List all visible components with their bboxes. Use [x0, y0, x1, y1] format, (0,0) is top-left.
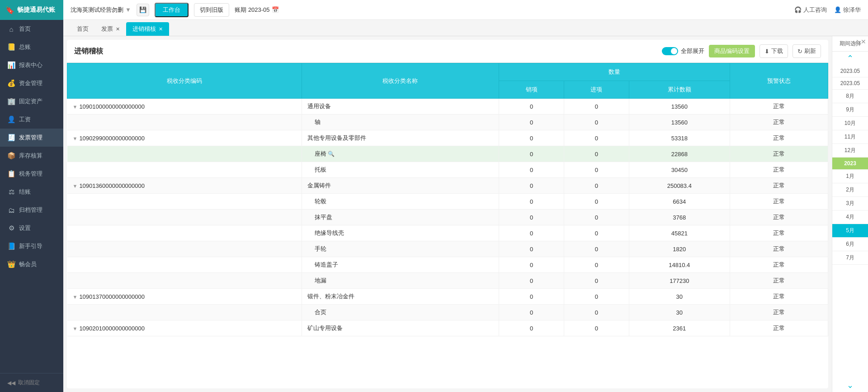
expand-toggle[interactable] — [662, 47, 678, 55]
cell-total: 14810.4 — [629, 257, 730, 273]
cell-purchase: 0 — [564, 115, 629, 130]
save-button[interactable]: 💾 — [137, 4, 149, 16]
period-month-item[interactable]: 1月 — [832, 170, 868, 183]
cell-status: 正常 — [730, 305, 828, 320]
cell-name: 金属铸件 — [302, 178, 499, 194]
sidebar-item-总账[interactable]: 📒总账 — [0, 38, 63, 56]
sidebar-icon: 📊 — [7, 61, 15, 69]
logo-icon: 🔖 — [5, 6, 14, 14]
sidebar-item-资金管理[interactable]: 💰资金管理 — [0, 74, 63, 92]
sidebar-item-畅会员[interactable]: 👑畅会员 — [0, 255, 63, 273]
cell-total: 3768 — [629, 210, 730, 225]
cell-sale: 0 — [499, 210, 564, 225]
save-icon: 💾 — [139, 6, 146, 13]
pin-icon: ◀◀ — [7, 380, 15, 386]
sidebar-item-税务管理[interactable]: 📋税务管理 — [0, 165, 63, 183]
sidebar-item-新手引导[interactable]: 📘新手引导 — [0, 237, 63, 255]
period-month-item[interactable]: 9月 — [832, 103, 868, 117]
period-item[interactable]: 2023.05 — [832, 65, 868, 77]
sidebar-item-库存核算[interactable]: 📦库存核算 — [0, 147, 63, 165]
sidebar-item-固定资产[interactable]: 🏢固定资产 — [0, 92, 63, 110]
expand-icon[interactable]: ▼ — [73, 104, 78, 110]
page-actions: 全部展开 商品编码设置 ⬇ 下载 ↻ 刷新 — [662, 44, 821, 58]
cell-code — [67, 162, 302, 178]
sidebar: 🔖 畅捷通易代账 ⌂首页📒总账📊报表中心💰资金管理🏢固定资产👤工资🧾发票管理📦库… — [0, 0, 63, 392]
toggle-all-control: 全部展开 — [662, 47, 704, 55]
period-month-item[interactable]: 12月 — [832, 144, 868, 158]
sidebar-label: 工资 — [19, 115, 31, 124]
cell-status: 正常 — [730, 146, 828, 162]
cell-status: 正常 — [730, 273, 828, 289]
refresh-icon: ↻ — [797, 48, 802, 55]
download-button[interactable]: ⬇ 下载 — [760, 44, 788, 58]
cell-purchase: 0 — [564, 162, 629, 178]
expand-icon[interactable]: ▼ — [73, 294, 78, 300]
expand-icon[interactable]: ▼ — [73, 183, 78, 189]
sidebar-item-发票管理[interactable]: 🧾发票管理 — [0, 129, 63, 147]
cell-total: 45821 — [629, 225, 730, 241]
cell-status: 正常 — [730, 130, 828, 146]
workbench-button[interactable]: 工作台 — [155, 3, 189, 17]
cell-name: 手轮 — [302, 241, 499, 257]
page-panel: 进销稽核 全部展开 商品编码设置 ⬇ 下载 ↻ 刷新 — [67, 40, 828, 388]
table-row: ▼10901370000000000000 锻件、粉末冶金件 0 0 30 正常 — [67, 289, 828, 305]
cell-sale: 0 — [499, 194, 564, 210]
period-month-item[interactable]: 10月 — [832, 117, 868, 130]
period-month-item[interactable]: 7月 — [832, 251, 868, 265]
sidebar-item-报表中心[interactable]: 📊报表中心 — [0, 56, 63, 74]
sidebar-icon: 📒 — [7, 43, 15, 51]
help-button[interactable]: 🎧 人工咨询 — [794, 6, 827, 14]
calendar-icon[interactable]: 📅 — [272, 6, 279, 13]
cell-purchase: 0 — [564, 99, 629, 115]
panel-expand-button[interactable]: ⤢ — [854, 38, 859, 45]
panel-close-button[interactable]: ✕ — [861, 38, 866, 45]
period-month-item[interactable]: 2月 — [832, 183, 868, 197]
cell-status: 正常 — [730, 257, 828, 273]
col-quantity-group: 数量 — [499, 63, 730, 81]
tab-首页[interactable]: 首页 — [71, 22, 95, 36]
expand-icon[interactable]: ▼ — [73, 326, 78, 331]
cell-purchase: 0 — [564, 210, 629, 225]
period-month-item[interactable]: 3月 — [832, 197, 868, 210]
scroll-down-button[interactable]: ⌄ — [832, 378, 868, 392]
user-menu[interactable]: 👤 徐泽华 — [834, 6, 861, 14]
cell-sale: 0 — [499, 257, 564, 273]
sidebar-item-归档管理[interactable]: 🗂归档管理 — [0, 201, 63, 219]
refresh-button[interactable]: ↻ 刷新 — [793, 44, 821, 58]
expand-icon[interactable]: ▼ — [73, 136, 78, 141]
period-month-item[interactable]: 8月 — [832, 90, 868, 103]
cell-code — [67, 210, 302, 225]
product-code-button[interactable]: 商品编码设置 — [709, 45, 755, 57]
period-month-item[interactable]: 6月 — [832, 238, 868, 251]
period-month-item[interactable]: 11月 — [832, 130, 868, 144]
sidebar-item-工资[interactable]: 👤工资 — [0, 110, 63, 129]
sidebar-item-首页[interactable]: ⌂首页 — [0, 20, 63, 38]
cell-name: 锻件、粉末冶金件 — [302, 289, 499, 305]
sidebar-item-设置[interactable]: ⚙设置 — [0, 219, 63, 237]
tab-close-icon[interactable]: ✕ — [116, 26, 120, 32]
tab-发票[interactable]: 发票✕ — [95, 22, 126, 36]
sidebar-icon: 📦 — [7, 152, 15, 160]
cell-code — [67, 115, 302, 130]
sidebar-label: 结账 — [19, 188, 31, 196]
cell-sale: 0 — [499, 225, 564, 241]
old-version-button[interactable]: 切到旧版 — [194, 3, 229, 17]
period-month-item[interactable]: 4月 — [832, 210, 868, 224]
tab-close-icon[interactable]: ✕ — [159, 26, 163, 32]
sidebar-item-结账[interactable]: ⚖结账 — [0, 183, 63, 201]
sidebar-footer[interactable]: ◀◀ 取消固定 — [0, 373, 63, 392]
sidebar-label: 归档管理 — [19, 206, 42, 214]
sidebar-label: 新手引导 — [19, 242, 42, 250]
period-item[interactable]: 2023.05 — [832, 77, 868, 90]
company-selector[interactable]: 沈海英测试经营勿删 ▼ — [71, 6, 131, 14]
sidebar-icon: 🗂 — [7, 206, 15, 214]
sidebar-icon: 📘 — [7, 242, 15, 250]
cell-purchase: 0 — [564, 320, 629, 336]
sidebar-label: 固定资产 — [19, 97, 42, 105]
period-month-item[interactable]: 5月 — [832, 224, 868, 238]
tab-进销稽核[interactable]: 进销稽核✕ — [126, 22, 169, 36]
headset-icon: 🎧 — [794, 6, 802, 13]
cell-purchase: 0 — [564, 146, 629, 162]
scroll-up-button[interactable]: ⌃ — [832, 52, 868, 65]
search-icon[interactable]: 🔍 — [328, 151, 335, 157]
